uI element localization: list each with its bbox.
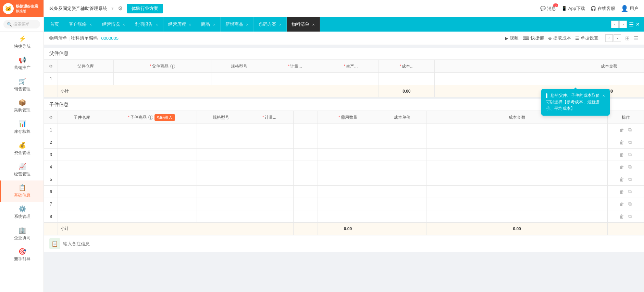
- tab-customers-close[interactable]: ×: [89, 22, 92, 27]
- parent-row1-unit[interactable]: [267, 73, 323, 85]
- child-row2-spec[interactable]: [197, 136, 245, 149]
- child-row5-spec[interactable]: [197, 173, 245, 186]
- child-row2-warehouse[interactable]: [58, 136, 106, 149]
- child-th-gear[interactable]: ⚙: [44, 111, 58, 124]
- child-row7-copy-icon[interactable]: ⧉: [627, 201, 633, 208]
- message-action[interactable]: 💬 消息 6: [540, 5, 556, 12]
- child-row4-spec[interactable]: [197, 161, 245, 173]
- child-row8-delete-icon[interactable]: 🗑: [618, 213, 625, 220]
- child-row4-unit[interactable]: [245, 161, 294, 173]
- single-setting-btn[interactable]: ☰ 单据设置: [575, 35, 598, 41]
- content-next-btn[interactable]: ›: [614, 34, 621, 42]
- tab-prev-btn[interactable]: ‹: [611, 21, 619, 28]
- child-row8-spec[interactable]: [197, 210, 245, 223]
- child-row3-unit[interactable]: [245, 149, 294, 161]
- parent-th-gear[interactable]: ⚙: [44, 60, 58, 73]
- remark-input[interactable]: [63, 241, 639, 246]
- child-row6-unit[interactable]: [245, 186, 294, 198]
- child-row1-warehouse[interactable]: [58, 124, 106, 136]
- child-row4-delete-icon[interactable]: 🗑: [618, 164, 625, 171]
- search-input-area[interactable]: 🔍 搜索菜单: [3, 20, 40, 28]
- parent-product-info-icon[interactable]: ℹ: [170, 64, 175, 69]
- child-row5-warehouse[interactable]: [58, 173, 106, 186]
- child-row6-warehouse[interactable]: [58, 186, 106, 198]
- child-row6-qty[interactable]: [318, 186, 378, 198]
- child-row1-unit[interactable]: [245, 124, 294, 136]
- sidebar-item-guide[interactable]: 🎯 新手引导: [0, 244, 44, 266]
- child-row4-product[interactable]: [106, 161, 197, 173]
- child-row2-delete-icon[interactable]: 🗑: [618, 139, 625, 146]
- child-row6-spec[interactable]: [197, 186, 245, 198]
- child-row1-spec[interactable]: [197, 124, 245, 136]
- child-row5-product[interactable]: [106, 173, 197, 186]
- parent-row1-product[interactable]: [113, 73, 211, 85]
- sidebar-item-inventory[interactable]: 📊 库存核算: [0, 117, 44, 138]
- child-product-info-icon[interactable]: ℹ: [148, 115, 153, 120]
- tab-close-all-icon[interactable]: ✕: [636, 22, 640, 27]
- child-row2-product[interactable]: [106, 136, 197, 149]
- child-row7-delete-icon[interactable]: 🗑: [618, 201, 625, 208]
- tab-menu-icon[interactable]: ☰: [629, 21, 634, 28]
- child-row3-spec[interactable]: [197, 149, 245, 161]
- app-download-action[interactable]: 📱 App下载: [561, 5, 585, 12]
- parent-gear-icon[interactable]: ⚙: [48, 63, 54, 70]
- tab-barcode-close[interactable]: ×: [279, 22, 282, 27]
- tab-profit[interactable]: 利润报告 ×: [130, 17, 163, 32]
- child-row2-qty[interactable]: [318, 136, 378, 149]
- tab-profit-close[interactable]: ×: [156, 22, 158, 27]
- tab-bom-close[interactable]: ×: [312, 22, 315, 27]
- tab-operations[interactable]: 经营情况 ×: [97, 17, 131, 32]
- tab-operations-close[interactable]: ×: [123, 22, 125, 27]
- user-action[interactable]: 👤 用户: [621, 5, 639, 12]
- sidebar-item-finance[interactable]: 💰 资金管理: [0, 138, 44, 159]
- child-row4-warehouse[interactable]: [58, 161, 106, 173]
- sidebar-item-purchase[interactable]: 📦 采购管理: [0, 95, 44, 117]
- gear-settings-icon[interactable]: ⚙: [118, 5, 123, 12]
- child-row5-delete-icon[interactable]: 🗑: [618, 176, 625, 183]
- child-row6-unit-cost[interactable]: [378, 186, 426, 198]
- child-row3-product[interactable]: [106, 149, 197, 161]
- tab-history[interactable]: 经营历程 ×: [163, 17, 197, 32]
- tab-bom[interactable]: 物料清单 ×: [287, 17, 320, 32]
- child-row8-warehouse[interactable]: [58, 210, 106, 223]
- tooltip-close-btn[interactable]: ×: [602, 92, 605, 100]
- parent-row1-production[interactable]: [323, 73, 379, 85]
- child-row1-qty[interactable]: [318, 124, 378, 136]
- parent-row1-cost[interactable]: [379, 73, 434, 85]
- shortcut-btn[interactable]: ⌨ 快捷键: [523, 35, 544, 41]
- tab-barcode[interactable]: 条码方案 ×: [254, 17, 287, 32]
- child-row7-qty[interactable]: [318, 198, 378, 210]
- child-row1-copy-icon[interactable]: ⧉: [627, 127, 633, 133]
- child-row1-delete-icon[interactable]: 🗑: [618, 127, 625, 133]
- child-row7-unit-cost[interactable]: [378, 198, 426, 210]
- parent-row1-spec[interactable]: [211, 73, 267, 85]
- sidebar-item-basic-info[interactable]: 📋 基础信息: [0, 180, 44, 202]
- child-row6-product[interactable]: [106, 186, 197, 198]
- experience-btn[interactable]: 体验行业方案: [127, 4, 163, 13]
- child-row6-copy-icon[interactable]: ⧉: [627, 188, 633, 195]
- child-row5-qty[interactable]: [318, 173, 378, 186]
- tab-new-product-close[interactable]: ×: [246, 22, 249, 27]
- child-row8-copy-icon[interactable]: ⧉: [627, 213, 633, 220]
- grid-view-icon[interactable]: ⊞: [625, 35, 630, 42]
- extract-cost-btn[interactable]: ⊕ 提取成本: [548, 35, 571, 41]
- child-row2-copy-icon[interactable]: ⧉: [627, 139, 633, 146]
- child-row3-unit-cost[interactable]: [378, 149, 426, 161]
- child-row5-unit[interactable]: [245, 173, 294, 186]
- child-row2-unit[interactable]: [245, 136, 294, 149]
- child-row1-product[interactable]: [106, 124, 197, 136]
- child-row2-unit-cost[interactable]: [378, 136, 426, 149]
- sidebar-item-quick-nav[interactable]: ⚡ 快捷导航: [0, 32, 44, 53]
- tab-products-close[interactable]: ×: [213, 22, 215, 27]
- tab-new-product[interactable]: 新增商品 ×: [221, 17, 254, 32]
- scan-input-btn[interactable]: 扫码录入: [154, 114, 175, 121]
- parent-row1-warehouse[interactable]: [58, 73, 114, 85]
- tab-products[interactable]: 商品 ×: [196, 17, 221, 32]
- child-row3-qty[interactable]: [318, 149, 378, 161]
- child-row4-copy-icon[interactable]: ⧉: [627, 164, 633, 171]
- sidebar-item-operations[interactable]: 📈 经营管理: [0, 159, 44, 180]
- child-row7-product[interactable]: [106, 198, 197, 210]
- list-view-icon[interactable]: ☰: [634, 35, 639, 42]
- child-row3-delete-icon[interactable]: 🗑: [618, 151, 625, 158]
- sidebar-item-sales[interactable]: 🛒 销售管理: [0, 74, 44, 95]
